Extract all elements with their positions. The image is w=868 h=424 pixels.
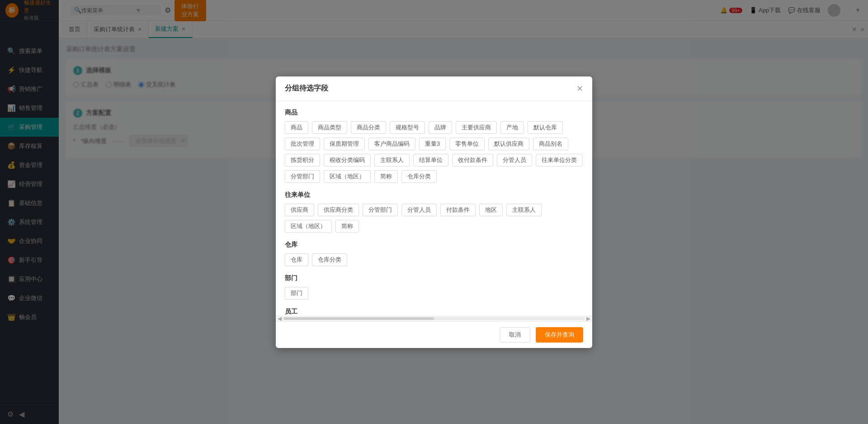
field-warehouse-category[interactable]: 仓库分类 bbox=[401, 170, 437, 183]
field-department[interactable]: 部门 bbox=[285, 287, 308, 300]
field-person[interactable]: 分管人员 bbox=[401, 204, 437, 216]
field-payment-terms[interactable]: 收付款条件 bbox=[452, 154, 493, 167]
field-spec-model[interactable]: 规格型号 bbox=[390, 121, 425, 134]
field-manage-dept[interactable]: 分管部门 bbox=[285, 170, 320, 183]
field-pick-points[interactable]: 拣货积分 bbox=[285, 154, 320, 167]
field-goods-alias[interactable]: 商品别名 bbox=[533, 138, 568, 150]
section-warehouse-title: 仓库 bbox=[285, 241, 583, 249]
field-batch-mgmt[interactable]: 批次管理 bbox=[285, 138, 320, 150]
field-supplier[interactable]: 供应商 bbox=[285, 204, 314, 216]
field-pay-terms[interactable]: 付款条件 bbox=[440, 204, 476, 216]
field-area[interactable]: 地区 bbox=[479, 204, 503, 216]
field-weight[interactable]: 重量3 bbox=[419, 138, 446, 150]
field-default-supplier[interactable]: 默认供应商 bbox=[488, 138, 529, 150]
field-main-contact[interactable]: 主联系人 bbox=[374, 154, 410, 167]
section-dept: 部门 部门 bbox=[285, 274, 583, 300]
section-goods-title: 商品 bbox=[285, 109, 583, 117]
dialog-body[interactable]: 商品 商品 商品类型 商品分类 规格型号 品牌 主要供应商 产地 默认仓库 批次… bbox=[276, 101, 592, 316]
field-customer-code[interactable]: 客户商品编码 bbox=[368, 138, 415, 150]
field-supplier-cat[interactable]: 供应商分类 bbox=[318, 204, 359, 216]
dialog-close-button[interactable]: ✕ bbox=[576, 84, 583, 94]
dialog-overlay: 分组待选字段 ✕ 商品 商品 商品类型 商品分类 规格型号 品牌 主要供应商 产… bbox=[0, 0, 868, 424]
section-partners: 往来单位 供应商 供应商分类 分管部门 分管人员 付款条件 地区 主联系人 区域… bbox=[285, 191, 583, 233]
field-unit-category[interactable]: 往来单位分类 bbox=[536, 154, 583, 167]
field-default-warehouse[interactable]: 默认仓库 bbox=[528, 121, 563, 134]
section-dept-title: 部门 bbox=[285, 274, 583, 282]
dept-fields: 部门 bbox=[285, 287, 583, 300]
dialog-confirm-button[interactable]: 保存并查询 bbox=[536, 327, 583, 343]
field-main-contact2[interactable]: 主联系人 bbox=[506, 204, 542, 216]
dialog-cancel-button[interactable]: 取消 bbox=[500, 327, 530, 343]
field-selection-dialog: 分组待选字段 ✕ 商品 商品 商品类型 商品分类 规格型号 品牌 主要供应商 产… bbox=[276, 76, 592, 348]
dialog-hscrollbar[interactable]: ◀ ▶ bbox=[276, 316, 592, 321]
field-expiry-mgmt[interactable]: 保质期管理 bbox=[324, 138, 365, 150]
field-tax-code[interactable]: 税收分类编码 bbox=[324, 154, 371, 167]
field-warehouse[interactable]: 仓库 bbox=[285, 253, 308, 266]
partners-fields: 供应商 供应商分类 分管部门 分管人员 付款条件 地区 主联系人 区域（地区） … bbox=[285, 204, 583, 233]
field-origin[interactable]: 产地 bbox=[500, 121, 524, 134]
field-goods-type[interactable]: 商品类型 bbox=[312, 121, 347, 134]
field-dept[interactable]: 分管部门 bbox=[363, 204, 398, 216]
goods-fields: 商品 商品类型 商品分类 规格型号 品牌 主要供应商 产地 默认仓库 批次管理 … bbox=[285, 121, 583, 183]
section-goods: 商品 商品 商品类型 商品分类 规格型号 品牌 主要供应商 产地 默认仓库 批次… bbox=[285, 109, 583, 183]
field-goods[interactable]: 商品 bbox=[285, 121, 308, 134]
field-settlement-unit[interactable]: 结算单位 bbox=[413, 154, 448, 167]
field-short-name[interactable]: 简称 bbox=[374, 170, 398, 183]
field-main-supplier[interactable]: 主要供应商 bbox=[456, 121, 497, 134]
field-short-name2[interactable]: 简称 bbox=[335, 220, 359, 233]
hscroll-thumb[interactable] bbox=[283, 317, 434, 320]
field-region[interactable]: 区域（地区） bbox=[324, 170, 371, 183]
field-warehouse-cat[interactable]: 仓库分类 bbox=[312, 253, 347, 266]
field-region2[interactable]: 区域（地区） bbox=[285, 220, 332, 233]
section-staff-title: 员工 bbox=[285, 308, 583, 316]
field-brand[interactable]: 品牌 bbox=[429, 121, 452, 134]
dialog-title: 分组待选字段 bbox=[285, 84, 328, 93]
field-supervisor[interactable]: 分管人员 bbox=[497, 154, 532, 167]
dialog-footer: 取消 保存并查询 bbox=[276, 321, 592, 348]
section-partners-title: 往来单位 bbox=[285, 191, 583, 199]
field-retail-unit[interactable]: 零售单位 bbox=[449, 138, 485, 150]
section-warehouse: 仓库 仓库 仓库分类 bbox=[285, 241, 583, 266]
warehouse-fields: 仓库 仓库分类 bbox=[285, 253, 583, 266]
section-staff: 员工 业务员 bbox=[285, 308, 583, 316]
dialog-header: 分组待选字段 ✕ bbox=[276, 76, 592, 101]
field-goods-category[interactable]: 商品分类 bbox=[351, 121, 386, 134]
